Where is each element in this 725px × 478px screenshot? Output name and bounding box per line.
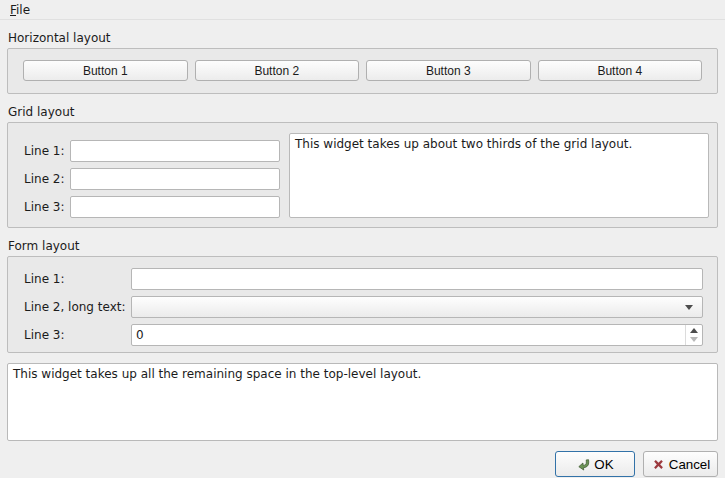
groupbox-title-horizontal-layout: Horizontal layout [8, 31, 717, 45]
groupbox-title-grid-layout: Grid layout [8, 105, 717, 119]
dialog-button-box: OK Cancel [7, 451, 718, 477]
ok-button-label: OK [594, 457, 613, 472]
groupbox-horizontal-layout: Button 1 Button 2 Button 3 Button 4 [7, 48, 718, 94]
groupbox-title-form-layout: Form layout [8, 239, 717, 253]
grid-text-edit[interactable]: This widget takes up about two thirds of… [289, 133, 709, 218]
grid-line2-input[interactable] [70, 168, 280, 190]
form-row-2: Line 2, long text: [24, 296, 703, 318]
button-1[interactable]: Button 1 [23, 60, 188, 81]
form-row-3: Line 3: [24, 324, 703, 346]
form-line2-combobox[interactable] [131, 296, 703, 318]
form-line3-spinbox[interactable] [131, 324, 703, 346]
button-2[interactable]: Button 2 [195, 60, 360, 81]
menu-file[interactable]: File [4, 2, 36, 18]
bottom-text-edit[interactable]: This widget takes up all the remaining s… [7, 363, 718, 441]
button-3[interactable]: Button 3 [366, 60, 531, 81]
menu-file-rest: ile [16, 3, 30, 17]
spin-up-icon[interactable] [690, 328, 698, 333]
form-line1-input[interactable] [131, 268, 703, 290]
dialog-window: { "menubar": { "file": { "mnemonic": "F"… [0, 0, 725, 478]
spinbox-input[interactable] [132, 325, 685, 345]
ok-green-arrow-icon [576, 457, 591, 472]
grid-line3-input[interactable] [70, 196, 280, 218]
grid-line2-label: Line 2: [24, 172, 70, 186]
spinbox-buttons [685, 325, 702, 345]
dialog-content: Horizontal layout Button 1 Button 2 Butt… [0, 31, 725, 477]
groupbox-grid-layout: Line 1: Line 2: Line 3: This widget take… [7, 122, 718, 228]
groupbox-form-layout: Line 1: Line 2, long text: Line 3: [7, 256, 718, 353]
form-line2-label: Line 2, long text: [24, 300, 126, 314]
ok-button[interactable]: OK [555, 451, 635, 477]
cancel-red-cross-icon [651, 457, 666, 472]
chevron-down-icon [685, 305, 693, 310]
spin-down-icon[interactable] [690, 337, 698, 342]
cancel-button-label: Cancel [669, 457, 711, 472]
form-line1-label: Line 1: [24, 272, 126, 286]
menubar: File [0, 0, 725, 20]
form-row-1: Line 1: [24, 268, 703, 290]
grid-line1-input[interactable] [70, 140, 280, 162]
grid-row-1: Line 1: [24, 140, 280, 162]
grid-row-2: Line 2: [24, 168, 280, 190]
grid-line1-label: Line 1: [24, 144, 70, 158]
button-4[interactable]: Button 4 [538, 60, 703, 81]
grid-line3-label: Line 3: [24, 200, 70, 214]
cancel-button[interactable]: Cancel [643, 451, 718, 477]
grid-row-3: Line 3: [24, 196, 280, 218]
grid-left-column: Line 1: Line 2: Line 3: [24, 140, 280, 216]
form-line3-label: Line 3: [24, 328, 126, 342]
